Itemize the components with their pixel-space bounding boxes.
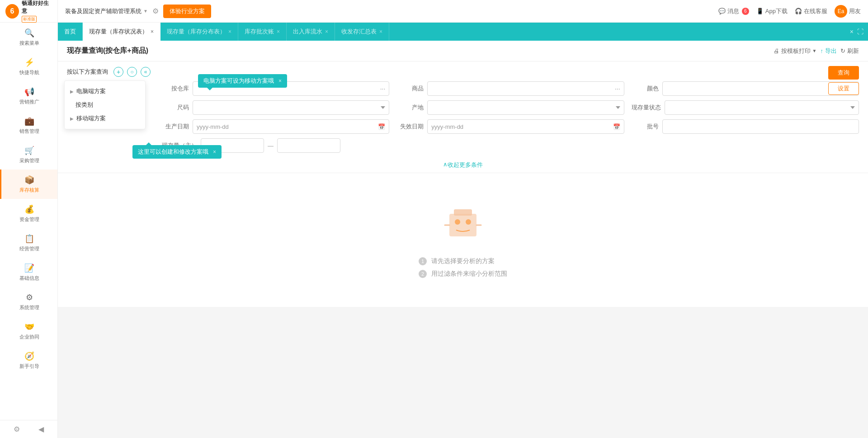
trial-btn[interactable]: 体验行业方案 xyxy=(163,5,211,18)
filter-row-2: 尺码 产地 现存量状态 xyxy=(162,100,859,115)
filter-section: 按以下方案查询 + ○ « ▶ 电脑端方案 按类别 ▶ xyxy=(58,61,868,173)
edit-scheme-btn[interactable]: ○ xyxy=(127,67,137,77)
filter-field-stock-status: 现存量状态 xyxy=(632,100,859,115)
tab-label-batch-ledger: 库存批次账 xyxy=(245,28,274,36)
tab-inventory-status[interactable]: 现存量（库存状况表） × xyxy=(83,23,160,41)
tab-label-inventory-status: 现存量（库存状况表） xyxy=(89,28,148,36)
tooltip2-close[interactable]: × xyxy=(213,149,216,155)
add-scheme-btn[interactable]: + xyxy=(113,67,123,77)
settings-bottom-icon[interactable]: ⚙ xyxy=(14,425,20,433)
marketing-icon: 📢 xyxy=(24,87,34,97)
page-title: 现存量查询(按仓库+商品) xyxy=(67,46,148,56)
sidebar-item-basic[interactable]: 📝 基础信息 xyxy=(0,258,57,287)
tab-close-inventory-status[interactable]: × xyxy=(151,29,154,34)
svg-point-2 xyxy=(455,219,460,225)
batch-no-label: 批号 xyxy=(632,122,659,131)
chevron-down-icon-2: ▼ xyxy=(812,48,817,53)
empty-step1: 1 请先选择要分析的方案 xyxy=(419,254,507,267)
scheme-item-category[interactable]: 按类别 xyxy=(65,98,145,112)
system-name: 装备及固定资产辅助管理系统 xyxy=(65,7,142,15)
export-btn[interactable]: ↑ 导出 xyxy=(821,47,837,55)
goods-input-wrapper[interactable]: ··· xyxy=(427,81,624,96)
tooltip-desktop-to-mobile: 电脑方案可设为移动方案哦 × xyxy=(198,74,287,88)
expand-icon-2: ▶ xyxy=(70,116,74,121)
scheme-panel: ▶ 电脑端方案 按类别 ▶ 移动端方案 xyxy=(64,80,146,129)
tooltip1-close[interactable]: × xyxy=(278,78,282,84)
settings-icon[interactable]: ⚙ xyxy=(152,7,159,15)
page-content: 现存量查询(按仓库+商品) 🖨 按模板打印 ▼ ↑ 导出 ↻ 刷新 xyxy=(58,41,868,438)
sidebar-label-purchase: 采购管理 xyxy=(19,157,39,164)
sidebar-item-finance[interactable]: 💰 资金管理 xyxy=(0,199,57,228)
refresh-btn[interactable]: ↻ 刷新 xyxy=(840,47,859,55)
produce-date-input[interactable]: yyyy-mm-dd 📅 xyxy=(193,119,389,134)
batch-no-input[interactable] xyxy=(662,119,859,134)
sidebar-item-operation[interactable]: 📋 经营管理 xyxy=(0,228,57,258)
sidebar-item-purchase[interactable]: 🛒 采购管理 xyxy=(0,140,57,170)
online-support-btn[interactable]: 🎧 在线客服 xyxy=(795,7,827,15)
tab-in-out-flow[interactable]: 出入库流水 × xyxy=(287,23,335,41)
template-print-btn[interactable]: 🖨 按模板打印 ▼ xyxy=(774,47,817,55)
expire-date-input[interactable]: yyyy-mm-dd 📅 xyxy=(427,119,624,134)
sidebar-item-inventory[interactable]: 📦 库存核算 xyxy=(0,170,57,199)
sidebar-label-enterprise: 企业协同 xyxy=(19,334,39,340)
tab-close-all-btn[interactable]: × xyxy=(850,28,854,35)
sidebar-label-basic: 基础信息 xyxy=(19,275,39,282)
app-download-btn[interactable]: 📱 App下载 xyxy=(756,7,788,15)
message-btn[interactable]: 💬 消息 6 xyxy=(718,7,749,15)
search-btn[interactable]: 查询 xyxy=(828,66,859,80)
goods-dots-icon: ··· xyxy=(615,85,620,92)
filter-row-3: 生产日期 yyyy-mm-dd 📅 失效日期 yyyy-mm-dd 📅 xyxy=(162,119,859,134)
export-icon: ↑ xyxy=(821,47,824,54)
sidebar-item-system[interactable]: ⚙ 系统管理 xyxy=(0,287,57,316)
tab-close-in-out-flow[interactable]: × xyxy=(325,29,328,34)
user-btn[interactable]: Ea 用友 xyxy=(835,5,861,18)
sidebar-label-marketing: 营销推广 xyxy=(19,99,39,105)
sidebar-item-quick[interactable]: ⚡ 快捷导航 xyxy=(0,52,57,81)
stock-qty-max-input[interactable] xyxy=(277,138,340,153)
sidebar-bottom: ⚙ ◀ xyxy=(0,420,57,438)
tab-recv-send-summary[interactable]: 收发存汇总表 × xyxy=(335,23,389,41)
tab-home[interactable]: 首页 xyxy=(58,23,83,41)
sidebar-item-marketing[interactable]: 📢 营销推广 xyxy=(0,81,57,111)
sidebar-label-finance: 资金管理 xyxy=(19,216,39,223)
tab-close-batch-ledger[interactable]: × xyxy=(277,29,280,34)
size-select[interactable] xyxy=(193,100,389,115)
expand-icon: ▶ xyxy=(70,89,74,94)
sidebar-label-operation: 经营管理 xyxy=(19,245,39,252)
filter-header: 按以下方案查询 + ○ « xyxy=(67,67,859,77)
sidebar-item-guide[interactable]: 🧭 新手引导 xyxy=(0,346,57,375)
system-selector[interactable]: 装备及固定资产辅助管理系统 ▼ xyxy=(65,7,148,15)
range-separator: — xyxy=(268,142,274,149)
tab-close-inventory-dist[interactable]: × xyxy=(228,29,231,34)
company-name: 畅通好好生意 xyxy=(22,0,52,15)
tab-batch-ledger[interactable]: 库存批次账 × xyxy=(238,23,287,41)
svg-rect-1 xyxy=(454,209,472,216)
stock-status-select[interactable] xyxy=(665,100,859,115)
search-icon: 🔍 xyxy=(24,28,34,38)
sidebar-item-sales[interactable]: 💼 销售管理 xyxy=(0,111,57,140)
scheme-item-mobile[interactable]: ▶ 移动端方案 xyxy=(65,112,145,125)
collapse-icon[interactable]: ◀ xyxy=(38,425,44,433)
tab-close-recv-send-summary[interactable]: × xyxy=(379,29,382,34)
filter-field-goods: 商品 ··· xyxy=(396,81,624,96)
size-label: 尺码 xyxy=(162,104,189,112)
sidebar-label-search: 搜索菜单 xyxy=(19,40,39,47)
warehouse-dots-icon: ··· xyxy=(380,85,386,92)
inventory-icon: 📦 xyxy=(24,175,34,185)
filter-field-expire-date: 失效日期 yyyy-mm-dd 📅 xyxy=(396,119,624,134)
origin-select[interactable] xyxy=(427,100,624,115)
back-btn[interactable]: « xyxy=(141,67,151,77)
sidebar-item-enterprise[interactable]: 🤝 企业协同 xyxy=(0,316,57,346)
empty-state: 1 请先选择要分析的方案 2 用过滤条件来缩小分析范围 xyxy=(58,173,868,307)
sidebar-nav: 🔍 搜索菜单 ⚡ 快捷导航 📢 营销推广 💼 销售管理 🛒 采购管理 📦 库存核… xyxy=(0,23,57,420)
setting-btn[interactable]: 设置 xyxy=(828,82,859,95)
tab-expand-btn[interactable]: ⛶ xyxy=(857,28,863,35)
collapse-btn[interactable]: ∧ 收起更多条件 xyxy=(67,157,859,173)
sidebar-item-search[interactable]: 🔍 搜索菜单 xyxy=(0,23,57,52)
scheme-item-desktop[interactable]: ▶ 电脑端方案 xyxy=(65,85,145,98)
tab-inventory-dist[interactable]: 现存量（库存分布表） × xyxy=(160,23,238,41)
goods-label: 商品 xyxy=(396,85,424,93)
filter-row-4: 现存量（主） — xyxy=(162,138,859,153)
tooltip-create-scheme: 这里可以创建和修改方案哦 × xyxy=(132,145,222,159)
expire-date-placeholder: yyyy-mm-dd xyxy=(431,123,463,130)
